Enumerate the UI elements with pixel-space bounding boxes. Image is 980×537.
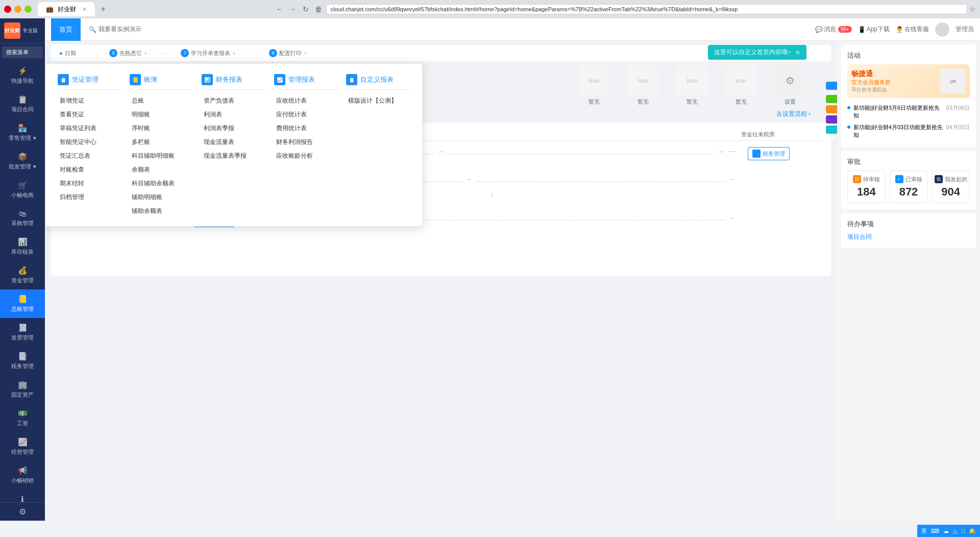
menu-item-period-close[interactable]: 期末结转 bbox=[58, 177, 121, 190]
menu-item-profit-quarterly[interactable]: 利润表季报 bbox=[202, 121, 265, 135]
menu-item-general-ledger[interactable]: 总账 bbox=[130, 94, 193, 108]
sidebar-item-ledger[interactable]: 📒 总账管理 bbox=[0, 289, 45, 318]
flow-node-tax-mgmt[interactable]: 税务管理 bbox=[748, 147, 790, 160]
menu-item-multi-column[interactable]: 多栏账 bbox=[130, 135, 193, 149]
menu-item-profit-report[interactable]: 财务利润报告 bbox=[274, 135, 338, 149]
nav-delete-button[interactable]: 🗑 bbox=[313, 4, 324, 14]
icon-item-4[interactable]: Icon 暂无 bbox=[721, 65, 762, 106]
search-menu-button[interactable]: 搜索菜单 bbox=[2, 46, 43, 58]
sidebar-item-label: 发票管理 bbox=[2, 334, 43, 341]
status-triangle[interactable]: △ bbox=[953, 528, 957, 534]
top-search-demo[interactable]: 🔍 我要看实例演示 bbox=[89, 25, 141, 34]
goto-flow-link[interactable]: 去设置流程 › bbox=[776, 108, 811, 119]
arrow-right-1: → bbox=[437, 148, 444, 155]
menu-item-aux-balance[interactable]: 辅助余额表 bbox=[130, 204, 193, 218]
menu-item-template-design[interactable]: 模版设计【公测】 bbox=[346, 94, 410, 108]
nav-forward-button[interactable]: → bbox=[287, 4, 299, 14]
sidebar-item-contract[interactable]: 📋 项目合同 bbox=[0, 90, 45, 118]
side-btn-help[interactable]: 帮助中心 bbox=[826, 95, 837, 103]
pending-sub-label[interactable]: 项目合同 bbox=[847, 233, 970, 241]
approval-grid: 待 待审核 184 ✓ 已审核 872 bbox=[847, 170, 970, 203]
menu-item-subject-detail[interactable]: 科目辅助明细账 bbox=[130, 149, 193, 163]
menu-item-balance[interactable]: 余额表 bbox=[130, 163, 193, 177]
sidebar-item-info[interactable]: ℹ 基础信息 bbox=[0, 490, 45, 502]
user-avatar[interactable] bbox=[935, 22, 949, 37]
side-btn-desktop[interactable]: 桌面快捷 bbox=[826, 126, 837, 134]
sidebar-item-purchase[interactable]: 🛍 采购管理 bbox=[0, 204, 45, 232]
address-bar[interactable]: cloud.chanjet.com/cc/u6d89qwnryel/57bfsk… bbox=[326, 4, 968, 14]
menu-item-aux-detail[interactable]: 辅助明细账 bbox=[130, 190, 193, 204]
news-item-2[interactable]: 新功能|好业财4月03日功能更新抢先知 04月03日 bbox=[847, 121, 970, 141]
status-bell[interactable]: 🔔 bbox=[969, 528, 976, 534]
menu-item-sequence-ledger[interactable]: 序时账 bbox=[130, 121, 193, 135]
sidebar-item-shortcut[interactable]: ⚡ 快捷导航 bbox=[0, 61, 45, 90]
menu-item-voucher-summary[interactable]: 凭证汇总表 bbox=[58, 149, 121, 163]
new-tab-button[interactable]: + bbox=[97, 3, 109, 15]
menu-item-subject-balance[interactable]: 科目辅助余额表 bbox=[130, 177, 193, 190]
approval-card-initiated[interactable]: 我 我发起的 904 bbox=[932, 170, 970, 203]
approval-card-pending[interactable]: 待 待审核 184 bbox=[847, 170, 886, 203]
banner-title: 畅捷通 bbox=[851, 69, 936, 79]
window-close-btn[interactable] bbox=[4, 6, 11, 13]
message-btn[interactable]: 💬 消息 99+ bbox=[815, 25, 852, 34]
menu-item-detail-ledger[interactable]: 明细账 bbox=[130, 108, 193, 121]
tab-close-icon[interactable]: ✕ bbox=[82, 6, 87, 13]
step-7-label: 学习开单查报表 bbox=[191, 50, 230, 57]
menu-item-smart-voucher[interactable]: 智能凭证中心 bbox=[58, 135, 121, 149]
sidebar-item-fund[interactable]: 💰 资金管理 bbox=[0, 261, 45, 289]
sidebar-item-label: 总账管理 bbox=[2, 305, 43, 313]
menu-item-archive[interactable]: 归档管理 bbox=[58, 190, 121, 204]
menu-item-cashflow-quarterly[interactable]: 现金流量表季报 bbox=[202, 149, 265, 163]
nav-refresh-button[interactable]: ↻ bbox=[301, 4, 311, 14]
side-btn-community[interactable]: 服务社区 bbox=[826, 115, 837, 124]
icon-label-1: 暂无 bbox=[574, 98, 615, 106]
sidebar-item-retail[interactable]: 🏪 零售管理 ▾ bbox=[0, 118, 45, 147]
icon-item-1[interactable]: Icon 暂无 bbox=[574, 65, 615, 106]
sidebar-settings[interactable]: ⚙ bbox=[0, 502, 45, 521]
menu-item-cashflow[interactable]: 现金流量表 bbox=[202, 135, 265, 149]
bookmark-icon[interactable]: ☆ bbox=[969, 5, 976, 13]
status-square[interactable]: □ bbox=[961, 528, 965, 534]
home-tab[interactable]: 首页 bbox=[51, 18, 81, 41]
menu-item-receivable-stats[interactable]: 应收统计表 bbox=[274, 94, 338, 108]
sidebar-item-invoice[interactable]: 🧾 发票管理 bbox=[0, 318, 45, 347]
sidebar-item-salary[interactable]: 💵 工资 bbox=[0, 404, 45, 432]
status-keyboard[interactable]: ⌨ bbox=[931, 528, 939, 534]
icon-item-2[interactable]: Icon 暂无 bbox=[623, 65, 664, 106]
menu-item-view-voucher[interactable]: 查看凭证 bbox=[58, 108, 121, 121]
sidebar-item-management[interactable]: 📈 经营管理 bbox=[0, 432, 45, 461]
icon-item-settings[interactable]: ⚙ 设置 bbox=[770, 65, 811, 106]
menu-item-reconcile[interactable]: 对账检查 bbox=[58, 163, 121, 177]
online-service-btn[interactable]: 👨‍💼 在线客服 bbox=[896, 25, 929, 34]
side-btn-service[interactable]: 客服热线 bbox=[826, 105, 837, 113]
menu-item-profit[interactable]: 利润表 bbox=[202, 108, 265, 121]
sidebar-item-wholesale[interactable]: 📦 批发管理 ▾ bbox=[0, 147, 45, 176]
tab-favicon: 💼 bbox=[46, 6, 54, 13]
news-item-1[interactable]: 新功能|好业财3月6日功能更新抢先知 03月06日 bbox=[847, 102, 970, 121]
app-download-btn[interactable]: 📱 App下载 bbox=[858, 25, 890, 34]
sidebar-item-assets[interactable]: 🏢 固定资产 bbox=[0, 375, 45, 404]
sidebar-item-xiaochang[interactable]: 📢 小畅销销 bbox=[0, 461, 45, 490]
fund-icon: 💰 bbox=[2, 266, 43, 275]
status-cloud[interactable]: ☁ bbox=[943, 528, 949, 534]
sidebar-nav: ⚡ 快捷导航 📋 项目合同 🏪 零售管理 ▾ 📦 批发管理 ▾ 🛒 bbox=[0, 61, 45, 502]
approval-card-approved[interactable]: ✓ 已审核 872 bbox=[890, 170, 928, 203]
tooltip-close-button[interactable]: ✕ bbox=[795, 49, 800, 56]
sidebar-item-ecommerce[interactable]: 🛒 小畅电商 bbox=[0, 176, 45, 204]
menu-item-new-voucher[interactable]: 新增凭证 bbox=[58, 94, 121, 108]
activity-banner[interactable]: 畅捷通 官方会员服务群 享社群专属权益 QR bbox=[847, 64, 970, 98]
nav-back-button[interactable]: ← bbox=[274, 4, 285, 14]
sidebar-item-inventory[interactable]: 📊 库存核算 bbox=[0, 232, 45, 261]
menu-item-balance-sheet[interactable]: 资产负债表 bbox=[202, 94, 265, 108]
menu-item-expense-stats[interactable]: 费用统计表 bbox=[274, 121, 338, 135]
menu-item-receivable-aging[interactable]: 应收账龄分析 bbox=[274, 149, 338, 163]
sidebar-item-tax[interactable]: 📑 税务管理 bbox=[0, 347, 45, 375]
window-max-btn[interactable] bbox=[24, 6, 32, 13]
status-lang[interactable]: 英 bbox=[921, 527, 927, 535]
menu-item-payable-stats[interactable]: 应付统计表 bbox=[274, 108, 338, 121]
menu-item-draft-voucher[interactable]: 草稿凭证列表 bbox=[58, 121, 121, 135]
active-tab[interactable]: 💼 好业财 ✕ bbox=[38, 2, 95, 16]
icon-item-3[interactable]: Icon 暂无 bbox=[672, 65, 713, 106]
side-btn-home-settings[interactable]: 首页设置 bbox=[826, 82, 837, 90]
window-min-btn[interactable] bbox=[14, 6, 21, 13]
